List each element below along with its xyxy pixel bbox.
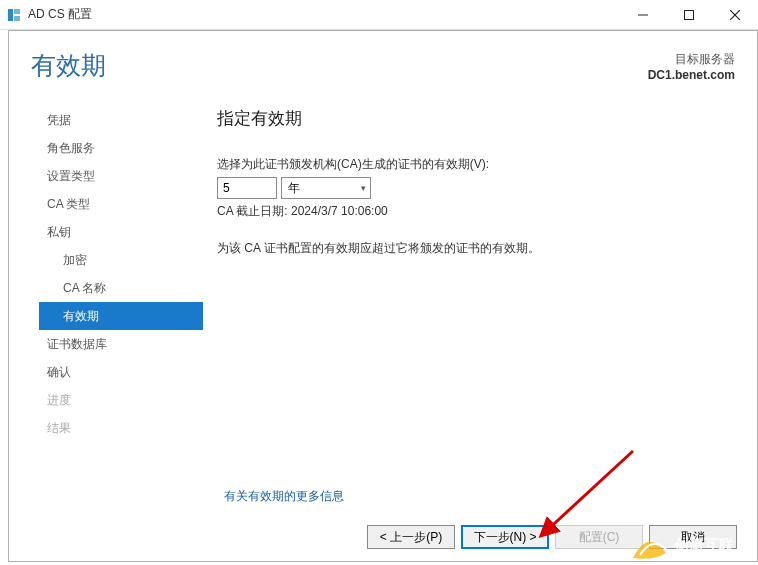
validity-value-input[interactable] [217,177,277,199]
main-heading: 指定有效期 [217,107,727,130]
wizard-sidebar: 凭据 角色服务 设置类型 CA 类型 私钥 加密 CA 名称 有效期 证书数据库… [9,106,209,442]
app-icon [6,7,22,23]
sidebar-item-validity-period[interactable]: 有效期 [39,302,203,330]
svg-rect-2 [14,16,20,21]
svg-rect-1 [14,9,20,14]
chevron-down-icon: ▾ [361,183,366,193]
close-button[interactable] [712,0,758,30]
wizard-button-row: < 上一步(P) 下一步(N) > 配置(C) 取消 [367,525,737,549]
previous-button[interactable]: < 上一步(P) [367,525,455,549]
sidebar-item-progress: 进度 [39,386,209,414]
sidebar-item-ca-name[interactable]: CA 名称 [39,274,209,302]
sidebar-item-ca-type[interactable]: CA 类型 [39,190,209,218]
main-panel: 指定有效期 选择为此证书颁发机构(CA)生成的证书的有效期(V): 年 ▾ CA… [209,106,757,442]
svg-line-8 [543,451,633,534]
sidebar-item-results: 结果 [39,414,209,442]
minimize-button[interactable] [620,0,666,30]
svg-rect-4 [685,10,694,19]
sidebar-item-confirmation[interactable]: 确认 [39,358,209,386]
target-server-block: 目标服务器 DC1.benet.com [648,49,735,82]
validity-unit-select[interactable]: 年 ▾ [281,177,371,199]
more-info-link[interactable]: 有关有效期的更多信息 [224,488,344,505]
next-button[interactable]: 下一步(N) > [461,525,549,549]
sidebar-item-setup-type[interactable]: 设置类型 [39,162,209,190]
svg-rect-0 [8,9,13,21]
page-title: 有效期 [31,49,106,82]
validity-unit-value: 年 [288,180,300,197]
ca-expiry-text: CA 截止日期: 2024/3/7 10:06:00 [217,203,727,220]
validity-field-label: 选择为此证书颁发机构(CA)生成的证书的有效期(V): [217,156,727,173]
wizard-content: 有效期 目标服务器 DC1.benet.com 凭据 角色服务 设置类型 CA … [8,30,758,562]
sidebar-item-cryptography[interactable]: 加密 [39,246,209,274]
sidebar-item-private-key[interactable]: 私钥 [39,218,209,246]
titlebar: AD CS 配置 [0,0,758,30]
configure-button: 配置(C) [555,525,643,549]
target-server-value: DC1.benet.com [648,68,735,82]
cancel-button[interactable]: 取消 [649,525,737,549]
sidebar-item-credentials[interactable]: 凭据 [39,106,209,134]
window-controls [620,0,758,30]
sidebar-item-cert-database[interactable]: 证书数据库 [39,330,209,358]
sidebar-item-role-services[interactable]: 角色服务 [39,134,209,162]
window-title: AD CS 配置 [28,6,620,23]
validity-note: 为该 CA 证书配置的有效期应超过它将颁发的证书的有效期。 [217,240,727,257]
target-server-label: 目标服务器 [648,51,735,68]
maximize-button[interactable] [666,0,712,30]
